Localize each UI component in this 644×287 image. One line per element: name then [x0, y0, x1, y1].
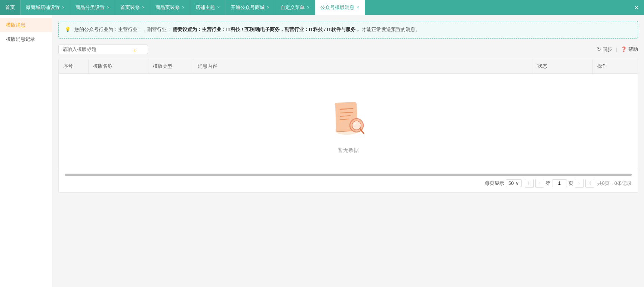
search-input-wrap[interactable]: ⌕: [58, 45, 148, 54]
notice-highlight: 需要设置为：主营行业：IT科技 / 互联网|电子商务，副营行业：IT科技 / I…: [173, 27, 360, 32]
sync-button[interactable]: ↻ 同步: [597, 46, 612, 53]
table-header: 序号模版名称模版类型消息内容状态操作: [59, 59, 638, 74]
page-label: 第: [546, 180, 551, 187]
tab-close-category-settings[interactable]: ×: [107, 5, 110, 10]
help-label: 帮助: [628, 46, 638, 53]
col-content: 消息内容: [193, 59, 533, 73]
help-icon: ❓: [621, 46, 627, 52]
prev-page-button[interactable]: ﹤: [535, 179, 544, 188]
tab-template-msg[interactable]: 公众号模版消息×: [315, 0, 365, 15]
help-button[interactable]: ❓ 帮助: [621, 46, 638, 53]
sidebar-item-template-records[interactable]: 模版消息记录: [0, 32, 52, 46]
tab-label-home-decor: 首页装修: [120, 4, 140, 11]
page-unit: 页: [568, 180, 573, 187]
search-input[interactable]: [62, 46, 133, 52]
tab-close-shop-settings[interactable]: ×: [62, 5, 65, 10]
notice-prefix: 您的公众号行业为：主营行业：，副营行业：: [74, 27, 172, 32]
tab-bar-close[interactable]: ✕: [629, 4, 644, 11]
pagination-wrap: 每页显示 50 ∨ ⟨⟨ ﹤ 第 页 ﹥ ⟩⟩: [59, 169, 638, 192]
tab-product-decor[interactable]: 商品页装修×: [150, 0, 190, 15]
first-page-button[interactable]: ⟨⟨: [525, 179, 534, 188]
tab-open-mall[interactable]: 开通公众号商城×: [225, 0, 275, 15]
page-size-chevron-icon: ∨: [515, 180, 519, 186]
col-type: 模版类型: [148, 59, 193, 73]
tab-bar: 首页微商城店铺设置×商品分类设置×首页装修×商品页装修×店铺主题×开通公众号商城…: [0, 0, 644, 15]
tab-label-category-settings: 商品分类设置: [76, 4, 105, 11]
col-seq: 序号: [59, 59, 89, 73]
tab-shop-settings[interactable]: 微商城店铺设置×: [21, 0, 70, 15]
empty-state: 暂无数据: [59, 74, 638, 169]
tab-label-shop-theme: 店铺主题: [195, 4, 215, 11]
next-page-button[interactable]: ﹥: [575, 179, 584, 188]
tab-close-product-decor[interactable]: ×: [182, 5, 185, 10]
tab-label-home: 首页: [5, 4, 15, 11]
sync-icon: ↻: [597, 46, 601, 52]
scrollbar-thumb[interactable]: [65, 174, 632, 176]
tab-custom-menu[interactable]: 自定义菜单×: [275, 0, 315, 15]
sync-label: 同步: [603, 46, 612, 53]
empty-illustration: [326, 96, 371, 141]
sidebar-item-template-msg[interactable]: 模版消息: [0, 18, 52, 32]
tab-label-product-decor: 商品页装修: [155, 4, 180, 11]
notice-suffix: 才能正常发送预置的消息。: [362, 27, 420, 32]
notice-box: 💡 您的公众号行业为：主营行业：，副营行业： 需要设置为：主营行业：IT科技 /…: [58, 21, 638, 39]
main-layout: 模版消息模版消息记录 💡 您的公众号行业为：主营行业：，副营行业： 需要设置为：…: [0, 15, 644, 287]
notice-icon: 💡: [65, 27, 71, 32]
search-icon[interactable]: ⌕: [133, 46, 136, 52]
tab-category-settings[interactable]: 商品分类设置×: [70, 0, 115, 15]
tab-close-open-mall[interactable]: ×: [267, 5, 269, 10]
pagination: 每页显示 50 ∨ ⟨⟨ ﹤ 第 页 ﹥ ⟩⟩: [65, 179, 632, 188]
page-nav: ⟨⟨ ﹤ 第 页 ﹥ ⟩⟩: [525, 179, 594, 188]
empty-text: 暂无数据: [338, 147, 359, 154]
col-name: 模版名称: [89, 59, 148, 73]
tab-close-shop-theme[interactable]: ×: [217, 5, 220, 10]
search-actions: ↻ 同步 | ❓ 帮助: [597, 46, 638, 53]
page-size-label: 每页显示: [485, 180, 504, 187]
page-size-value: 50: [508, 180, 514, 186]
tab-close-template-msg[interactable]: ×: [357, 5, 359, 10]
table: 序号模版名称模版类型消息内容状态操作: [58, 59, 638, 193]
tab-label-open-mall: 开通公众号商城: [231, 4, 265, 11]
page-input[interactable]: [552, 179, 567, 187]
search-bar: ⌕ ↻ 同步 | ❓ 帮助: [58, 45, 638, 54]
tab-home[interactable]: 首页: [0, 0, 21, 15]
tab-label-custom-menu: 自定义菜单: [280, 4, 305, 11]
svg-point-8: [354, 122, 356, 125]
tab-close-custom-menu[interactable]: ×: [307, 5, 309, 10]
total-info: 共0页，0条记录: [597, 180, 632, 187]
page-size-select: 每页显示 50 ∨: [485, 179, 521, 187]
last-page-button[interactable]: ⟩⟩: [585, 179, 594, 188]
tab-shop-theme[interactable]: 店铺主题×: [190, 0, 225, 15]
col-status: 状态: [533, 59, 593, 73]
content-area: 💡 您的公众号行业为：主营行业：，副营行业： 需要设置为：主营行业：IT科技 /…: [52, 15, 644, 287]
divider: |: [616, 46, 617, 52]
tab-label-template-msg: 公众号模版消息: [320, 4, 354, 11]
col-action: 操作: [593, 59, 638, 73]
page-size-dropdown[interactable]: 50 ∨: [506, 179, 521, 187]
horizontal-scrollbar[interactable]: [65, 174, 632, 176]
sidebar: 模版消息模版消息记录: [0, 15, 52, 287]
tab-home-decor[interactable]: 首页装修×: [115, 0, 150, 15]
tab-label-shop-settings: 微商城店铺设置: [26, 4, 60, 11]
tab-close-home-decor[interactable]: ×: [142, 5, 145, 10]
